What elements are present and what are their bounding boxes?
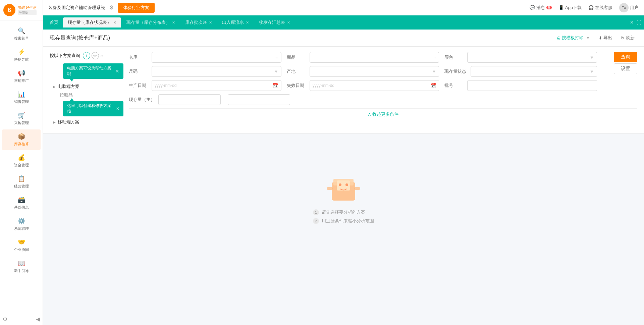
reset-button[interactable]: 设置 [614,63,637,74]
support-icon: 🎧 [588,5,594,10]
search-button[interactable]: 查询 [614,52,637,62]
tab-expand-icon[interactable]: ⛶ [637,20,641,25]
size-select[interactable]: ▼ [152,66,281,77]
sales-icon: 📊 [18,91,25,98]
tab-close-batch-ledger[interactable]: ✕ [209,20,212,25]
collapse-up-icon: ∧ [368,112,373,117]
tab-collect-summary[interactable]: 收发存汇总表 ✕ [254,17,295,28]
add-scheme-btn[interactable]: + [83,52,90,59]
topbar-right: 💬 消息 6 📱 App下载 🎧 在线客服 Ea 用户 [530,3,639,12]
topbar: 装备及固定资产辅助管理系统 ⚙ 体验行业方案 💬 消息 6 📱 App下载 🎧 … [43,0,644,15]
online-support-item[interactable]: 🎧 在线客服 [588,5,612,11]
sidebar-item-search[interactable]: 🔍 搜索菜单 [2,24,41,44]
tab-inout-flow[interactable]: 出入库流水 ✕ [217,17,254,28]
chevron-down-icon: ▼ [586,36,590,40]
edit-scheme-btn[interactable]: ✏ [92,52,99,59]
empty-steps: 1 请先选择要分析的方案 2 用过滤条件来缩小分析范围 [313,209,374,224]
empty-step-1: 1 请先选择要分析的方案 [313,209,374,215]
sidebar-item-sales[interactable]: 📊 销售管理 [2,87,41,108]
topbar-settings-icon[interactable]: ⚙ [109,4,114,11]
base-icon: 🗃️ [18,196,25,204]
sidebar-item-purchase[interactable]: 🛒 采购管理 [2,108,41,129]
tab-close-inout-flow[interactable]: ✕ [246,20,249,25]
search-icon: 🔍 [18,27,25,35]
sidebar-item-inventory[interactable]: 📦 库存核算 [2,129,41,150]
collapse-sidebar-icon[interactable]: ◀ [36,316,40,322]
goods-select[interactable]: ··· [310,52,439,63]
empty-state-area: 1 请先选择要分析的方案 2 用过滤条件来缩小分析范围 [43,133,644,261]
warehouse-select[interactable]: ··· [152,52,281,63]
prod-date-input[interactable]: yyyy-mm-dd 📅 [152,80,281,91]
logo-text: 畅通好生意 [18,5,37,10]
stock-main-max[interactable] [228,94,290,105]
origin-chevron: ▼ [432,69,436,74]
tab-close-inventory-dist[interactable]: ✕ [172,20,175,25]
tab-close-inventory-status[interactable]: ✕ [113,20,116,25]
tab-close-all-icon[interactable]: ✕ [630,20,634,25]
prod-date-label: 生产日期 [129,83,149,89]
sidebar-item-label: 快捷导航 [14,57,29,62]
stock-status-select[interactable]: ▼ [471,66,597,77]
batch-input[interactable] [467,80,597,91]
system-title: 装备及固定资产辅助管理系统 [48,5,105,11]
sidebar-item-system[interactable]: ⚙️ 系统管理 [2,214,41,234]
sidebar-bottom: ⚙ ◀ [0,313,43,325]
tab-batch-ledger[interactable]: 库存批次账 ✕ [180,17,217,28]
sidebar-item-cooperation[interactable]: 🤝 企业协同 [2,235,41,256]
settings-bottom-icon[interactable]: ⚙ [3,316,7,322]
user-item[interactable]: Ea 用户 [619,3,639,12]
warehouse-dots: ··· [275,55,278,60]
scheme-child-label: 按照品 [60,93,73,98]
tabbar: 首页 现存量（库存状况表） ✕ 现存量（库存分布表） ✕ 库存批次账 ✕ 出入库… [43,15,644,30]
sidebar-item-quick[interactable]: ⚡ 快捷导航 [2,45,41,65]
print-icon: 🖨 [556,36,560,41]
sidebar-item-finance[interactable]: 💰 资金管理 [2,151,41,171]
sidebar-item-label: 基础信息 [14,205,29,210]
tab-inventory-dist[interactable]: 现存量（库存分布表） ✕ [122,17,180,28]
industry-btn[interactable]: 体验行业方案 [118,3,155,13]
tabbar-right: ✕ ⛶ [630,20,641,25]
tooltip1: 电脑方案可设为移动方案哦 ✕ [63,63,123,79]
tab-label: 库存批次账 [185,19,207,25]
tab-home[interactable]: 首页 [46,17,62,28]
stock-status-label: 现存量状态 [444,68,468,74]
purchase-icon: 🛒 [18,112,25,119]
filter-goods: 商品 ··· [287,52,439,63]
back-btn[interactable]: « [100,53,103,58]
app-download-item[interactable]: 📱 App下载 [558,5,582,11]
tooltip1-close[interactable]: ✕ [115,68,119,74]
sidebar-item-base[interactable]: 🗃️ 基础信息 [2,193,41,213]
stock-main-min[interactable] [158,94,221,105]
desktop-scheme-header[interactable]: ▶ 电脑端方案 [53,82,123,91]
sidebar-item-guide[interactable]: 📖 新手引导 [2,256,41,277]
sidebar-item-label: 库存核算 [14,142,29,147]
scheme-child-item[interactable]: 按照品 [60,91,123,100]
refresh-btn[interactable]: ↻ 刷新 [618,34,637,42]
guide-icon: 📖 [18,260,25,267]
sidebar-item-marketing[interactable]: 📢 营销推广 [2,66,41,87]
svg-rect-6 [354,187,360,190]
mobile-scheme-header[interactable]: ▶ 移动端方案 [53,118,123,126]
color-select[interactable]: ▼ [467,52,597,63]
sidebar-item-operation[interactable]: 📋 经营管理 [2,172,41,192]
filter-warehouse: 仓库 ··· [129,52,281,63]
origin-select[interactable]: ▼ [310,66,439,77]
template-print-btn[interactable]: 🖨 按模板打印 ▼ [553,34,592,42]
tab-close-collect-summary[interactable]: ✕ [287,20,290,25]
tab-inventory-status[interactable]: 现存量（库存状况表） ✕ [63,17,121,28]
export-btn[interactable]: ⬇ 导出 [596,34,615,42]
color-chevron: ▼ [590,55,594,60]
sidebar-item-label: 经营管理 [14,184,29,189]
step1-text: 请先选择要分析的方案 [322,209,365,215]
phone-icon: 📱 [558,5,564,10]
collapse-btn[interactable]: ∧ 收起更多条件 [129,108,637,120]
tooltip2-close[interactable]: ✕ [116,106,119,111]
message-item[interactable]: 💬 消息 6 [530,5,552,11]
sidebar-logo: 6 畅通好生意 标准版 [0,0,43,20]
main-content: 装备及固定资产辅助管理系统 ⚙ 体验行业方案 💬 消息 6 📱 App下载 🎧 … [43,0,644,325]
empty-step-2: 2 用过滤条件来缩小分析范围 [313,218,374,224]
filter-row-4: 现存量（主） — [129,94,637,105]
empty-state: 1 请先选择要分析的方案 2 用过滤条件来缩小分析范围 [313,170,374,224]
expiry-date-input[interactable]: yyyy-mm-dd 📅 [310,80,439,91]
svg-point-3 [339,183,341,186]
